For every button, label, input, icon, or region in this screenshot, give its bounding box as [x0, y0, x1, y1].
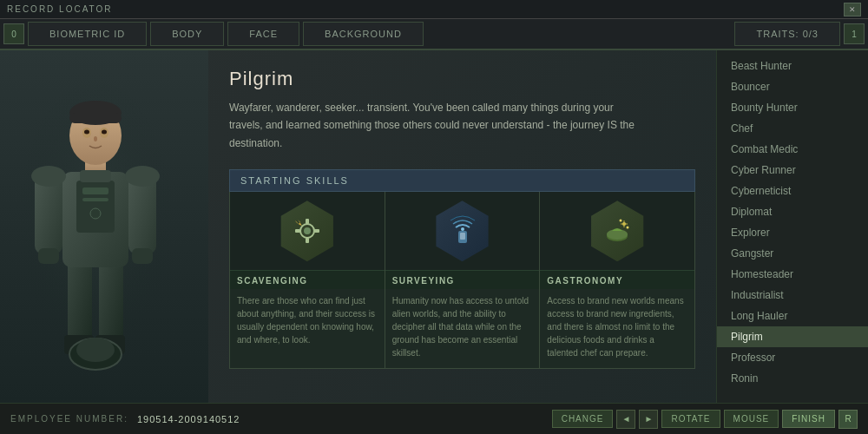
skill-hex-gastronomy: [587, 201, 648, 261]
employee-number: 190514-2009140512: [137, 414, 240, 424]
scavenging-icon: [290, 214, 325, 248]
svg-rect-8: [82, 198, 108, 201]
next-icon: ►: [645, 414, 654, 424]
sidebar-item-industrialist[interactable]: Industrialist: [717, 285, 868, 306]
svg-rect-15: [132, 248, 153, 264]
finish-button[interactable]: FINISH: [782, 410, 835, 428]
character-portrait: [0, 50, 191, 380]
tab-face[interactable]: FACE: [227, 22, 299, 46]
employee-label: EMPLOYEE NUMBER:: [10, 414, 128, 424]
sidebar-item-combat-medic[interactable]: Combat Medic: [717, 139, 868, 160]
svg-point-33: [304, 227, 311, 234]
svg-rect-7: [82, 187, 108, 194]
background-list: Beast HunterBouncerBounty HunterChefComb…: [716, 50, 868, 403]
rotate-button[interactable]: ROTATE: [661, 410, 720, 428]
close-icon: ✕: [849, 5, 856, 14]
svg-rect-29: [306, 219, 309, 224]
svg-point-27: [76, 338, 115, 362]
close-button[interactable]: ✕: [844, 3, 861, 16]
sidebar-item-pilgrim[interactable]: Pilgrim: [717, 326, 868, 347]
skill-desc-surveying: Humanity now has access to untold alien …: [385, 289, 540, 368]
record-locator-title: RECORD LOCATOR: [7, 4, 113, 14]
gastronomy-icon: [600, 214, 635, 248]
character-svg: [9, 59, 182, 372]
top-bar: RECORD LOCATOR ✕: [0, 0, 868, 19]
tab-traits[interactable]: TRAITS: 0/3: [734, 22, 840, 46]
sidebar-item-professor[interactable]: Professor: [717, 347, 868, 368]
svg-rect-30: [306, 238, 309, 243]
sidebar-item-diplomat[interactable]: Diplomat: [717, 201, 868, 222]
skill-icon-area-scavenging: [230, 192, 385, 270]
sidebar-item-cyberneticist[interactable]: Cyberneticist: [717, 181, 868, 201]
prev-button[interactable]: ◄: [616, 410, 635, 429]
bottom-buttons: CHANGE ◄ ► ROTATE MOUSE FINISH R: [552, 410, 858, 429]
next-button[interactable]: ►: [639, 410, 658, 429]
tab-body[interactable]: BODY: [150, 22, 224, 46]
tab-right-btn[interactable]: 1: [844, 23, 865, 44]
svg-point-14: [125, 166, 160, 187]
skill-icon-area-surveying: [385, 192, 540, 270]
svg-rect-32: [314, 229, 319, 233]
prev-icon: ◄: [622, 414, 631, 424]
svg-point-22: [84, 130, 89, 135]
sidebar-item-ronin[interactable]: Ronin: [717, 368, 868, 389]
svg-rect-31: [295, 229, 300, 233]
character-panel: [0, 50, 208, 403]
sidebar-item-bouncer[interactable]: Bouncer: [717, 76, 868, 97]
svg-point-23: [102, 130, 107, 135]
sidebar-item-long-hauler[interactable]: Long Hauler: [717, 306, 868, 326]
sidebar-item-cyber-runner[interactable]: Cyber Runner: [717, 160, 868, 181]
info-panel: Pilgrim Wayfarer, wanderer, seeker... tr…: [208, 50, 716, 403]
bottom-bar: EMPLOYEE NUMBER: 190514-2009140512 CHANG…: [0, 403, 868, 434]
skill-icon-area-gastronomy: [540, 192, 694, 270]
change-button[interactable]: CHANGE: [552, 410, 614, 428]
svg-point-24: [94, 136, 97, 141]
background-description: Wayfarer, wanderer, seeker... transient.…: [229, 99, 646, 152]
skill-hex-scavenging: [277, 201, 338, 261]
nav-tabs: 0 BIOMETRIC ID BODY FACE BACKGROUND TRAI…: [0, 19, 868, 50]
svg-point-40: [620, 220, 622, 222]
skills-section-title: STARTING SKILLS: [229, 169, 695, 192]
svg-rect-25: [80, 170, 111, 182]
sidebar-item-beast-hunter[interactable]: Beast Hunter: [717, 56, 868, 76]
tab-left-btn[interactable]: 0: [3, 23, 24, 44]
svg-rect-35: [460, 233, 465, 240]
svg-point-41: [627, 227, 629, 229]
finish-r-button[interactable]: R: [838, 410, 858, 429]
skill-name-scavenging: SCAVENGING: [230, 270, 385, 289]
skill-card-gastronomy: GASTRONOMY Access to brand new worlds me…: [540, 192, 694, 368]
skills-grid: SCAVENGING There are those who can find …: [229, 192, 695, 369]
mouse-button[interactable]: MOUSE: [724, 410, 779, 428]
svg-point-11: [31, 166, 66, 187]
sidebar-item-homesteader[interactable]: Homesteader: [717, 264, 868, 285]
svg-point-9: [90, 208, 101, 219]
sidebar-item-bounty-hunter[interactable]: Bounty Hunter: [717, 97, 868, 118]
skill-desc-gastronomy: Access to brand new worlds means access …: [540, 289, 694, 368]
main-content: Pilgrim Wayfarer, wanderer, seeker... tr…: [0, 50, 868, 403]
skill-card-scavenging: SCAVENGING There are those who can find …: [230, 192, 385, 368]
svg-point-36: [461, 227, 464, 231]
background-name: Pilgrim: [229, 68, 695, 90]
sidebar-item-gangster[interactable]: Gangster: [717, 243, 868, 264]
surveying-icon: [445, 214, 480, 248]
svg-rect-19: [69, 113, 122, 123]
skill-hex-surveying: [432, 201, 493, 261]
tab-background[interactable]: BACKGROUND: [303, 22, 424, 46]
skill-desc-scavenging: There are those who can find just about …: [230, 289, 385, 355]
sidebar-item-explorer[interactable]: Explorer: [717, 222, 868, 243]
svg-rect-12: [38, 248, 59, 264]
skill-name-surveying: SURVEYING: [385, 270, 540, 289]
tab-biometric[interactable]: BIOMETRIC ID: [28, 22, 147, 46]
skill-name-gastronomy: GASTRONOMY: [540, 270, 694, 289]
sidebar-item-chef[interactable]: Chef: [717, 118, 868, 139]
skill-card-surveying: SURVEYING Humanity now has access to unt…: [385, 192, 541, 368]
